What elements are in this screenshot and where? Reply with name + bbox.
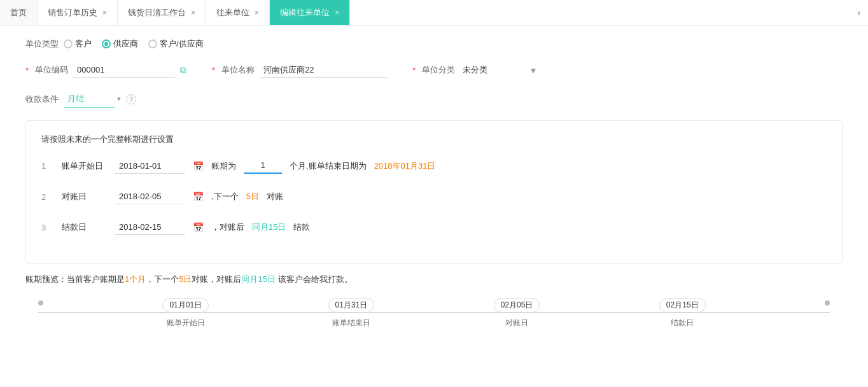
unit-code-field: * 单位编码 ⧉	[25, 62, 186, 78]
radio-customer[interactable]: 客户	[64, 38, 92, 50]
row3-desc-highlight: 同月15日	[252, 222, 286, 233]
row2-num: 2	[41, 192, 54, 202]
payment-terms-field: 收款条件 月结 ▾ ?	[25, 90, 136, 108]
unit-code-label: 单位编码	[35, 64, 68, 76]
payment-terms-arrow: ▾	[117, 95, 121, 103]
tab-cash-work[interactable]: 钱货日清工作台 ×	[118, 0, 206, 25]
row2-desc-highlight: 5日	[246, 191, 259, 202]
payment-terms-label: 收款条件	[25, 94, 59, 105]
timeline-point-2: 01月31日 账单结束日	[328, 298, 375, 328]
row3-desc-pre: ，对账后	[211, 222, 244, 233]
row3-desc-post: 结款	[293, 222, 310, 233]
tab-edit-partner-label: 编辑往来单位	[280, 7, 330, 18]
row1-calendar-icon[interactable]: 📅	[193, 161, 204, 171]
tab-bar: 首页 销售订单历史 × 钱货日清工作台 × 往来单位 × 编辑往来单位 × ›	[0, 0, 868, 25]
radio-supplier-label: 供应商	[113, 38, 138, 50]
timeline-end-dot	[825, 300, 830, 306]
row2-date-input[interactable]	[115, 189, 185, 204]
payment-terms-select[interactable]: 月结 ▾	[64, 90, 121, 108]
tab-cash-work-label: 钱货日清工作台	[128, 7, 186, 18]
timeline-label-3: 02月15日	[659, 298, 706, 313]
row-start-date: 1 账单开始日 📅 账期为 个月,账单结束日期为 2018年01月31日	[41, 158, 827, 174]
row1-date-input[interactable]	[115, 158, 185, 174]
timeline-sub-0: 账单开始日	[167, 318, 205, 328]
help-icon[interactable]: ?	[126, 94, 136, 104]
preview-prefix: 账期预览：当前客户账期是	[25, 274, 125, 284]
timeline-points: 01月01日 账单开始日 01月31日 账单结束日 02月05日 对账日 02月…	[38, 298, 830, 328]
unit-name-star: *	[212, 66, 215, 75]
tab-more-button[interactable]: ›	[850, 0, 868, 25]
timeline-label-0: 01月01日	[162, 298, 209, 313]
row3-date-input[interactable]	[115, 220, 185, 235]
payment-terms-row: 收款条件 月结 ▾ ?	[25, 90, 843, 108]
unit-info-row: * 单位编码 ⧉ * 单位名称 * 单位分类 未分类 ▾	[25, 62, 843, 78]
timeline-point-3: 02月05日 对账日	[494, 298, 540, 328]
timeline-container: 01月01日 账单开始日 01月31日 账单结束日 02月05日 对账日 02月…	[25, 298, 843, 328]
preview-text: 账期预览：当前客户账期是1个月，下一个5日对账，对账后同月15日 该客户会给我打…	[25, 274, 843, 285]
row3-label: 结款日	[62, 222, 108, 233]
radio-customer-label: 客户	[75, 38, 92, 50]
timeline-sub-1: 账单结束日	[332, 318, 370, 328]
preview-sep1: ，下一个	[146, 274, 179, 284]
row1-mid-text: 账期为	[211, 160, 236, 172]
unit-name-label: 单位名称	[221, 64, 255, 76]
tab-sales-history[interactable]: 销售订单历史 ×	[38, 0, 118, 25]
row1-num: 1	[41, 161, 54, 171]
preview-part1: 1个月	[125, 274, 146, 284]
unit-type-label: 单位类型	[25, 38, 59, 50]
unit-code-input[interactable]	[73, 62, 175, 78]
preview-part3: 同月15日	[241, 274, 275, 284]
unit-category-label: 单位分类	[422, 64, 455, 76]
radio-supplier-circle	[102, 39, 111, 48]
radio-both[interactable]: 客户/供应商	[148, 38, 204, 50]
tab-home[interactable]: 首页	[0, 0, 38, 25]
row2-desc-post: 对账	[267, 191, 283, 202]
preview-sep2: 对账，对账后	[192, 274, 241, 284]
unit-category-field: * 单位分类 未分类 ▾	[412, 64, 536, 76]
row2-label: 对账日	[62, 191, 108, 202]
unit-type-field: 单位类型 客户 供应商 客户/供应商	[25, 38, 204, 50]
tab-sales-history-label: 销售订单历史	[48, 7, 97, 18]
radio-customer-circle	[64, 39, 73, 48]
timeline-sub-3: 结款日	[671, 318, 694, 328]
row1-month-input[interactable]	[244, 158, 282, 174]
tab-sales-history-close[interactable]: ×	[102, 8, 107, 17]
radio-both-label: 客户/供应商	[160, 38, 204, 50]
unit-type-radio-group: 客户 供应商 客户/供应商	[64, 38, 204, 50]
radio-both-circle	[148, 39, 157, 48]
row1-label: 账单开始日	[62, 160, 108, 172]
tab-partner-units-label: 往来单位	[216, 7, 249, 18]
row3-calendar-icon[interactable]: 📅	[193, 222, 204, 232]
tab-edit-partner[interactable]: 编辑往来单位 ×	[270, 0, 350, 25]
payment-terms-value: 月结	[64, 90, 115, 108]
unit-type-row: 单位类型 客户 供应商 客户/供应商	[25, 38, 843, 50]
tab-home-label: 首页	[10, 7, 27, 18]
period-settings-section: 请按照未来的一个完整帐期进行设置 1 账单开始日 📅 账期为 个月,账单结束日期…	[25, 120, 843, 264]
section-instruction: 请按照未来的一个完整帐期进行设置	[41, 134, 827, 145]
tab-partner-units-close[interactable]: ×	[255, 8, 259, 17]
unit-category-value: 未分类	[463, 64, 487, 76]
tab-partner-units[interactable]: 往来单位 ×	[206, 0, 270, 25]
timeline-start-end-dot	[38, 300, 43, 306]
unit-category-star: *	[412, 66, 416, 75]
row2-calendar-icon[interactable]: 📅	[193, 192, 204, 202]
timeline-label-1: 01月31日	[328, 298, 375, 313]
row3-num: 3	[41, 223, 54, 232]
unit-category-dropdown-icon[interactable]: ▾	[531, 64, 536, 76]
row1-end-date: 2018年01月31日	[374, 160, 436, 172]
timeline-point-1: 01月01日 账单开始日	[162, 298, 209, 328]
preview-suffix: 该客户会给我打款。	[276, 274, 353, 284]
tab-cash-work-close[interactable]: ×	[191, 8, 195, 17]
timeline-sub-2: 对账日	[505, 318, 528, 328]
preview-part2: 5日	[179, 274, 192, 284]
row-reconcile-date: 2 对账日 📅 ,下一个 5日 对账	[41, 189, 827, 204]
copy-icon[interactable]: ⧉	[180, 65, 186, 76]
unit-code-star: *	[25, 66, 29, 75]
radio-supplier[interactable]: 供应商	[102, 38, 138, 50]
tab-edit-partner-close[interactable]: ×	[335, 8, 339, 17]
row-payment-date: 3 结款日 📅 ，对账后 同月15日 结款	[41, 220, 827, 235]
main-content: 单位类型 客户 供应商 客户/供应商 * 单位编码	[0, 25, 868, 387]
timeline-point-0	[38, 298, 43, 328]
timeline-label-2: 02月05日	[494, 298, 540, 313]
unit-name-input[interactable]	[260, 62, 387, 78]
